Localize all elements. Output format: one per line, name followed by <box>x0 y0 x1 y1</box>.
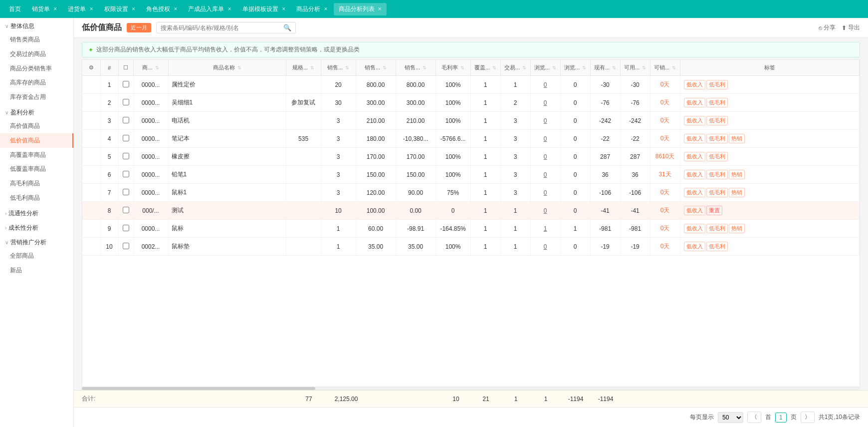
sidebar-item-high-stock[interactable]: 高库存的商品 <box>0 75 73 90</box>
first-page-btn[interactable]: 〈 <box>747 412 761 423</box>
td-expand[interactable] <box>82 166 100 184</box>
browse-link[interactable]: 0 <box>544 135 547 142</box>
sidebar-item-sales-products[interactable]: 销售类商品 <box>0 32 73 47</box>
browse-link[interactable]: 0 <box>544 153 547 160</box>
th-code[interactable]: 商... ⇅ <box>133 60 168 76</box>
td-expand[interactable] <box>82 76 100 94</box>
per-page-select[interactable]: 50 100 <box>718 412 743 423</box>
sidebar-item-category-sales-rate[interactable]: 商品分类销售率 <box>0 61 73 76</box>
td-check[interactable] <box>118 76 133 94</box>
td-col7[interactable]: 0 <box>530 94 560 112</box>
td-expand[interactable] <box>82 130 100 148</box>
sidebar-item-stock-capital[interactable]: 库存资金占用 <box>0 90 73 104</box>
nav-home[interactable]: 首页 <box>4 3 26 15</box>
sidebar-item-high-coverage[interactable]: 高覆盖率商品 <box>0 148 73 162</box>
browse-link[interactable]: 0 <box>544 81 547 88</box>
sidebar-item-new-products[interactable]: 新品 <box>0 263 73 278</box>
td-col7[interactable]: 0 <box>530 166 560 184</box>
next-page-btn[interactable]: 〉 <box>801 412 815 423</box>
th-saleable-stock[interactable]: 可销... ⇅ <box>650 60 680 76</box>
sidebar-group-marketing[interactable]: ∨ 营销推广分析 <box>0 234 73 249</box>
td-check[interactable] <box>118 184 133 202</box>
export-button[interactable]: ⬆ 导出 <box>842 23 860 32</box>
th-checkbox[interactable]: ☐ <box>118 60 133 76</box>
sidebar-item-low-value[interactable]: 低价值商品 <box>0 133 73 148</box>
td-col7[interactable]: 0 <box>530 76 560 94</box>
th-current-stock[interactable]: 现有... ⇅ <box>590 60 620 76</box>
td-check[interactable] <box>118 94 133 112</box>
td-expand[interactable] <box>82 184 100 202</box>
row-checkbox[interactable] <box>123 135 129 141</box>
td-col7[interactable]: 0 <box>530 184 560 202</box>
td-check[interactable] <box>118 238 133 256</box>
row-checkbox[interactable] <box>123 225 129 231</box>
search-input[interactable] <box>161 24 281 31</box>
browse-link[interactable]: 1 <box>544 225 547 232</box>
th-sales1[interactable]: 销售... ⇅ <box>321 60 356 76</box>
current-page[interactable]: 1 <box>775 413 787 423</box>
browse-link[interactable]: 0 <box>544 243 547 250</box>
sidebar-item-high-margin[interactable]: 高毛利商品 <box>0 176 73 191</box>
sidebar-group-growth[interactable]: › 成长性分析 <box>0 220 73 234</box>
nav-permissions[interactable]: 权限设置 × <box>99 3 140 15</box>
search-box[interactable]: 🔍 <box>156 22 296 33</box>
sidebar-item-all-products[interactable]: 全部商品 <box>0 249 73 263</box>
td-col7[interactable]: 0 <box>530 112 560 130</box>
td-check[interactable] <box>118 112 133 130</box>
td-check[interactable] <box>118 166 133 184</box>
th-browse2[interactable]: 浏览... ⇅ <box>560 60 590 76</box>
td-col7[interactable]: 0 <box>530 130 560 148</box>
td-expand[interactable] <box>82 112 100 130</box>
th-browse1[interactable]: 浏览... ⇅ <box>530 60 560 76</box>
browse-link[interactable]: 0 <box>544 99 547 106</box>
row-checkbox[interactable] <box>123 81 129 87</box>
row-checkbox[interactable] <box>123 99 129 105</box>
nav-purchase-order[interactable]: 进货单 × <box>63 3 98 15</box>
browse-link[interactable]: 0 <box>544 171 547 178</box>
td-expand[interactable] <box>82 148 100 166</box>
td-check[interactable] <box>118 202 133 220</box>
row-checkbox[interactable] <box>123 171 129 177</box>
browse-link[interactable]: 0 <box>544 117 547 124</box>
td-expand[interactable] <box>82 202 100 220</box>
th-settings[interactable]: ⚙ <box>82 60 100 76</box>
td-expand[interactable] <box>82 238 100 256</box>
row-checkbox[interactable] <box>123 153 129 159</box>
th-spec[interactable]: 规格... ⇅ <box>286 60 321 76</box>
td-expand[interactable] <box>82 94 100 112</box>
row-checkbox[interactable] <box>123 207 129 213</box>
table-container[interactable]: ⚙ # ☐ 商... ⇅ 商品名称 ⇅ 规格... ⇅ 销售... ⇅ 销售..… <box>82 59 860 387</box>
row-checkbox[interactable] <box>123 117 129 123</box>
sidebar-item-high-value[interactable]: 高价值商品 <box>0 119 73 133</box>
nav-product-analysis-list[interactable]: 商品分析列表 × <box>334 3 387 15</box>
nav-role-auth[interactable]: 角色授权 × <box>141 3 182 15</box>
nav-template-settings[interactable]: 单据模板设置 × <box>237 3 290 15</box>
td-check[interactable] <box>118 148 133 166</box>
search-icon[interactable]: 🔍 <box>283 24 291 31</box>
browse-link[interactable]: 0 <box>544 207 547 214</box>
sidebar-item-traded-products[interactable]: 交易过的商品 <box>0 47 73 61</box>
sidebar-group-overall[interactable]: ∨ 整体信息 <box>0 18 73 32</box>
td-check[interactable] <box>118 130 133 148</box>
td-col7[interactable]: 0 <box>530 148 560 166</box>
td-expand[interactable] <box>82 220 100 238</box>
row-checkbox[interactable] <box>123 243 129 249</box>
td-col7[interactable]: 0 <box>530 202 560 220</box>
th-sales2[interactable]: 销售... ⇅ <box>356 60 396 76</box>
th-coverage[interactable]: 覆盖... ⇅ <box>470 60 500 76</box>
row-checkbox[interactable] <box>123 189 129 195</box>
nav-sales-order[interactable]: 销货单 × <box>27 3 62 15</box>
browse-link[interactable]: 0 <box>544 189 547 196</box>
nav-product-analysis[interactable]: 商品分析 × <box>291 3 332 15</box>
sidebar-group-circulation[interactable]: › 流通性分析 <box>0 205 73 220</box>
share-button[interactable]: ⎋ 分享 <box>819 23 836 32</box>
th-name[interactable]: 商品名称 ⇅ <box>168 60 286 76</box>
sidebar-item-low-coverage[interactable]: 低覆盖率商品 <box>0 162 73 176</box>
sidebar-group-profit[interactable]: ∨ 盈利分析 <box>0 104 73 119</box>
th-transactions[interactable]: 交易... ⇅ <box>500 60 530 76</box>
sidebar-item-low-margin[interactable]: 低毛利商品 <box>0 191 73 205</box>
th-available-stock[interactable]: 可用... ⇅ <box>620 60 650 76</box>
filter-button[interactable]: 近一月 <box>127 23 151 32</box>
nav-product-storage[interactable]: 产成品入库单 × <box>183 3 236 15</box>
th-sales3[interactable]: 销售... ⇅ <box>396 60 435 76</box>
